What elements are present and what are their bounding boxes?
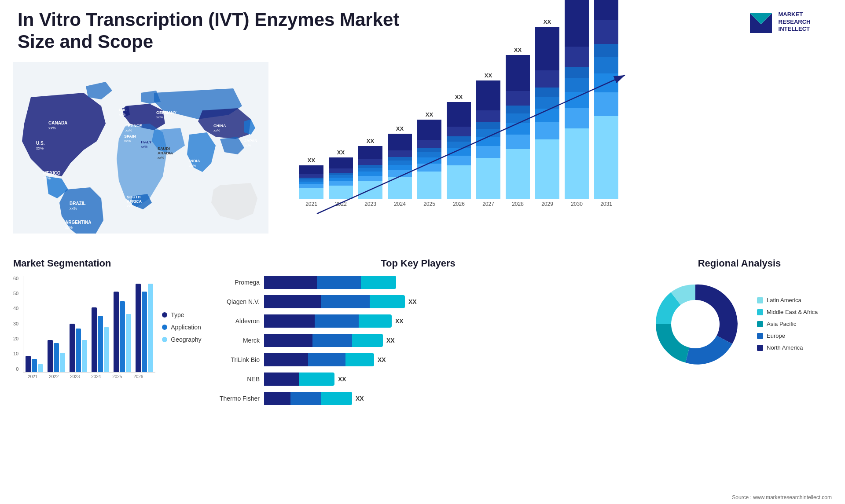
legend-dot-geography: [162, 337, 167, 342]
svg-text:xx%: xx%: [213, 128, 220, 132]
seg-bar-app-2024: [98, 316, 103, 372]
svg-text:JAPAN: JAPAN: [244, 139, 257, 143]
legend-color-apac: [757, 321, 763, 327]
seg-bar-geo-2025: [126, 314, 131, 372]
player-bar-seg1-qiagen: [264, 295, 321, 308]
player-bar-seg3-merck: [352, 334, 383, 347]
seg-y-20: 20: [13, 336, 18, 341]
svg-text:xx%: xx%: [127, 204, 133, 208]
player-bar-seg1-merck: [264, 334, 312, 347]
player-bar-inner-trilink: [264, 353, 374, 366]
player-name-neb: NEB: [211, 376, 260, 383]
player-bar-seg1-aldevron: [264, 314, 315, 328]
player-bar-inner-neb: [264, 373, 334, 386]
legend-color-na: [757, 345, 763, 351]
player-row-trilink: TriLink Bio XX: [211, 353, 625, 366]
player-bar-inner-thermo: [264, 392, 352, 405]
seg-bar-type-2023: [70, 324, 75, 372]
player-bar-seg2-thermo: [290, 392, 321, 405]
svg-text:AFRICA: AFRICA: [127, 199, 142, 204]
seg-bar-app-2022: [54, 343, 59, 372]
bar-chart-wrapper: XX 2021 XX: [290, 62, 827, 238]
player-bar-inner-promega: [264, 276, 396, 289]
bar-label-2027: XX: [485, 72, 492, 79]
source-text: Source : www.marketresearchintellect.com: [732, 494, 832, 500]
bar-label-2023: XX: [367, 138, 374, 144]
svg-text:xx%: xx%: [125, 128, 132, 132]
player-bar-seg2-trilink: [308, 353, 345, 366]
header: In Vitro Transcription (IVT) Enzymes Mar…: [0, 0, 845, 58]
player-xx-merck: XX: [386, 337, 395, 344]
bar-label-2022: XX: [337, 149, 345, 156]
legend-north-america: North America: [757, 344, 818, 351]
player-bar-neb: XX: [264, 373, 625, 386]
regional-title: Regional Analysis: [647, 258, 832, 269]
seg-bar-geo-2024: [104, 327, 109, 372]
legend-asia-pacific: Asia Pacific: [757, 321, 818, 327]
svg-text:SPAIN: SPAIN: [124, 134, 136, 139]
player-bar-seg3-aldevron: [359, 314, 392, 328]
player-bar-seg2-aldevron: [315, 314, 359, 328]
seg-y-axis: 60 50 40 30 20 10 0: [13, 276, 21, 373]
seg-bar-geo-2023: [82, 340, 87, 372]
player-name-qiagen: Qiagen N.V.: [211, 298, 260, 305]
bar-year-2025: 2025: [423, 201, 435, 207]
seg-bar-type-2025: [114, 292, 119, 372]
seg-bar-type-2021: [26, 356, 31, 372]
bar-label-2024: XX: [396, 125, 404, 132]
svg-text:BRAZIL: BRAZIL: [70, 201, 86, 206]
bar-year-2024: 2024: [394, 201, 406, 207]
bar-group-2030: XX 2030: [565, 0, 589, 207]
player-bar-trilink: XX: [264, 353, 625, 366]
player-bar-seg1-thermo: [264, 392, 290, 405]
seg-bars: [23, 276, 155, 373]
svg-text:CHINA: CHINA: [213, 124, 226, 128]
svg-text:INDIA: INDIA: [189, 159, 200, 163]
svg-text:xx%: xx%: [244, 143, 251, 147]
donut-chart-svg: [647, 276, 744, 373]
legend-label-type: Type: [171, 311, 184, 318]
legend-latin-america: Latin America: [757, 297, 818, 303]
logo-box: MARKET RESEARCH INTELLECT: [748, 9, 811, 35]
seg-x-2023: 2023: [66, 374, 83, 379]
legend-label-europe: Europe: [767, 332, 785, 339]
svg-text:FRANCE: FRANCE: [125, 124, 142, 128]
svg-text:xx%: xx%: [65, 225, 73, 230]
seg-y-30: 30: [13, 321, 18, 326]
legend-item-geography: Geography: [162, 336, 201, 343]
seg-bar-geo-2021: [38, 364, 43, 372]
bar-year-2031: 2031: [600, 201, 612, 207]
svg-text:xx%: xx%: [124, 139, 131, 143]
svg-text:xx%: xx%: [70, 206, 77, 211]
bar-group-2029: XX 2029: [535, 18, 559, 207]
players-section: Top Key Players Promega Qiagen N.V.: [202, 253, 634, 409]
player-bar-seg1-neb: [264, 373, 299, 386]
donut-legend: Latin America Middle East & Africa Asia …: [757, 297, 818, 351]
legend-label-application: Application: [171, 324, 201, 331]
svg-text:U.K.: U.K.: [119, 108, 127, 112]
player-bar-seg3-promega: [361, 276, 396, 289]
bar-group-2026: XX 2026: [447, 94, 471, 207]
svg-text:xx%: xx%: [189, 164, 196, 168]
logo-area: MARKET RESEARCH INTELLECT: [731, 9, 827, 35]
legend-label-apac: Asia Pacific: [767, 321, 796, 327]
seg-y-60: 60: [13, 276, 18, 281]
seg-x-2021: 2021: [24, 374, 41, 379]
seg-bar-type-2022: [48, 340, 53, 372]
bar-year-2030: 2030: [571, 201, 583, 207]
bar-group-2022: XX 2022: [329, 149, 353, 207]
seg-x-2026: 2026: [130, 374, 147, 379]
bar-year-2028: 2028: [512, 201, 524, 207]
player-bar-qiagen: XX: [264, 295, 625, 308]
player-xx-aldevron: XX: [395, 318, 404, 325]
donut-container: Latin America Middle East & Africa Asia …: [647, 276, 832, 373]
players-title: Top Key Players: [211, 258, 625, 269]
seg-bar-group-2023: [70, 324, 87, 372]
bar-group-2028: XX 2028: [506, 47, 530, 207]
player-bar-seg3-qiagen: [370, 295, 405, 308]
legend-europe: Europe: [757, 332, 818, 339]
player-bar-seg1-trilink: [264, 353, 308, 366]
player-row-thermo: Thermo Fisher XX: [211, 392, 625, 405]
seg-bar-geo-2022: [60, 353, 65, 372]
seg-chart-container: 60 50 40 30 20 10 0: [13, 276, 189, 379]
